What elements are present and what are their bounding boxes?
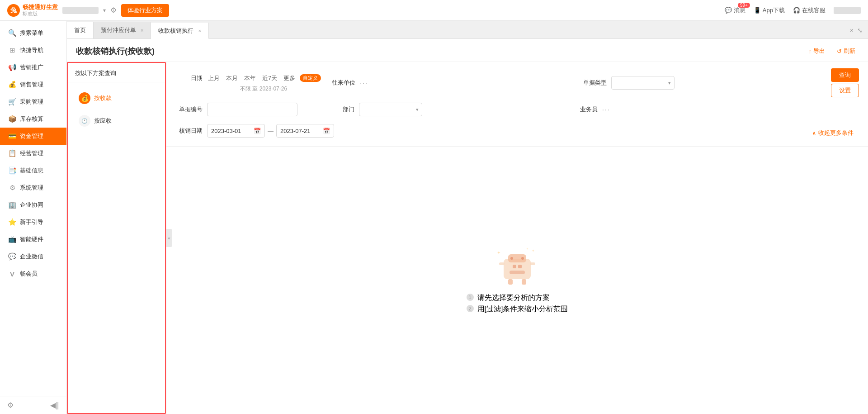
receivable-option-label: 按应收 (94, 117, 112, 125)
voucher-type-select-wrapper (611, 76, 675, 90)
sidebar-item-inventory[interactable]: 📦 库存核算 (0, 110, 66, 128)
industry-btn[interactable]: 体验行业方案 (121, 4, 169, 17)
date-range: 📅 — 📅 (207, 124, 334, 138)
app-download-label: App下载 (763, 6, 785, 14)
search-menu-icon: 🔍 (8, 29, 16, 37)
filter-options: 💰 按收款 🕐 按应收 (68, 82, 165, 138)
dropdown-btn[interactable]: ▾ (103, 7, 106, 14)
svg-rect-6 (509, 271, 525, 274)
sidebar-item-purchase[interactable]: 🛒 采购管理 (0, 93, 66, 110)
date-btn-7days[interactable]: 近7天 (260, 73, 279, 83)
sidebar-item-wechat[interactable]: 💬 企业微信 (0, 248, 66, 265)
voucher-no-input[interactable] (207, 103, 297, 116)
sidebar-item-quick-nav[interactable]: ⊞ 快捷导航 (0, 42, 66, 59)
tab-collection[interactable]: 收款核销执行 × (151, 23, 208, 39)
search-result-area: 日期 上月 本月 本年 近7天 更多 自定义 (166, 62, 868, 414)
tab-prepay-close[interactable]: × (141, 28, 143, 33)
sidebar-settings-icon[interactable]: ⚙ (7, 401, 14, 409)
collapse-btn-icon: ∧ (812, 130, 816, 137)
date-btn-this-month[interactable]: 本月 (224, 73, 240, 83)
user-area[interactable] (834, 7, 861, 14)
tab-collection-close[interactable]: × (198, 28, 201, 33)
sidebar-item-member[interactable]: V 畅会员 (0, 265, 66, 282)
empty-icon: ✦ ✦ ✦ (495, 245, 540, 286)
sidebar-item-label: 销售管理 (20, 81, 43, 89)
message-area[interactable]: 💬 消息 99+ (725, 6, 745, 14)
verify-date-start-wrapper[interactable]: 📅 (207, 124, 265, 138)
receivable-option-icon: 🕐 (79, 115, 90, 127)
dept-field: 部门 (327, 103, 563, 116)
refresh-btn[interactable]: ↺ 刷新 (833, 45, 859, 57)
sidebar-item-basic-info[interactable]: 📑 基础信息 (0, 162, 66, 179)
sidebar: 🔍 搜索菜单 ⊞ 快捷导航 📢 营销推广 💰 销售管理 🛒 采购管理 📦 (0, 21, 67, 414)
logo-area: 兔 畅捷通好生意 标准版 (7, 4, 58, 17)
verify-date-field: 核销日期 📅 — 📅 (175, 124, 334, 138)
filter-option-by-collection[interactable]: 💰 按收款 (73, 88, 160, 109)
empty-robot-svg: ✦ ✦ ✦ (495, 245, 540, 286)
date-hint: 不限 至 2023-07-26 (240, 86, 287, 92)
app-download-item[interactable]: 📱 App下载 (754, 6, 785, 14)
date-btn-more[interactable]: 更多 (282, 73, 297, 83)
empty-text: 1 请先选择要分析的方案 2 用[过滤]条件来缩小分析范围 (467, 293, 568, 316)
system-icon: ⚙ (8, 184, 16, 192)
voucher-type-select[interactable] (611, 76, 675, 90)
sidebar-item-sales[interactable]: 💰 销售管理 (0, 76, 66, 93)
main-layout: 🔍 搜索菜单 ⊞ 快捷导航 📢 营销推广 💰 销售管理 🛒 采购管理 📦 (0, 21, 868, 414)
svg-rect-9 (508, 279, 513, 285)
sidebar-item-label: 新手引导 (20, 218, 43, 226)
verify-date-start-input[interactable] (211, 128, 252, 134)
sidebar-item-operations[interactable]: 📋 经营管理 (0, 145, 66, 162)
tab-home[interactable]: 首页 (67, 22, 94, 38)
staff-field: 业务员 ··· (571, 105, 807, 114)
sidebar-item-label: 基础信息 (20, 167, 43, 175)
counterparty-field: 往来单位 ··· (328, 79, 572, 87)
content-area: 首页 预付冲应付单 × 收款核销执行 × × ⤡ 收款核销执行(按收款) ↑ 导… (67, 21, 868, 414)
tab-prepay[interactable]: 预付冲应付单 × (94, 22, 151, 38)
sidebar-bottom: ⚙ ◀‖ (0, 396, 66, 414)
calendar-end-icon: 📅 (323, 128, 330, 134)
tab-close-btn[interactable]: × (850, 27, 854, 34)
tab-home-label: 首页 (74, 26, 86, 34)
voucher-type-label: 单据类型 (580, 79, 607, 87)
staff-dots-btn[interactable]: ··· (602, 106, 610, 113)
dept-select[interactable] (359, 103, 422, 116)
counterparty-dots-btn[interactable]: ··· (360, 79, 368, 86)
export-btn[interactable]: ↑ 导出 (805, 45, 829, 57)
filter-sidebar: 按以下方案查询 💰 按收款 🕐 按应收 « (67, 62, 166, 414)
svg-rect-4 (513, 265, 516, 268)
online-service-item[interactable]: 🎧 在线客服 (793, 6, 826, 14)
sidebar-item-guide[interactable]: ⭐ 新手引导 (0, 214, 66, 231)
verify-date-label: 核销日期 (175, 127, 203, 135)
verify-date-end-input[interactable] (280, 128, 321, 134)
date-btn-last-month[interactable]: 上月 (206, 73, 222, 83)
sidebar-item-label: 采购管理 (20, 98, 43, 106)
sidebar-collapse-icon[interactable]: ◀‖ (50, 401, 59, 409)
sidebar-item-label: 营销推广 (20, 63, 43, 71)
sidebar-item-search-menu[interactable]: 🔍 搜索菜单 (0, 24, 66, 42)
app-name: 畅捷通好生意 (23, 4, 58, 11)
sidebar-item-enterprise[interactable]: 🏢 企业协同 (0, 196, 66, 214)
svg-text:✦: ✦ (532, 249, 535, 253)
date-dash: — (268, 128, 274, 134)
date-btn-this-year[interactable]: 本年 (242, 73, 258, 83)
filter-collapse-btn[interactable]: « (166, 229, 172, 247)
query-btn[interactable]: 查询 (831, 68, 859, 82)
sidebar-item-system[interactable]: ⚙ 系统管理 (0, 179, 66, 196)
verify-date-end-wrapper[interactable]: 📅 (276, 124, 334, 138)
date-custom-tag[interactable]: 自定义 (300, 74, 321, 82)
capital-icon: 💳 (8, 132, 16, 140)
sidebar-item-capital[interactable]: 💳 资金管理 (0, 128, 66, 145)
voucher-no-field: 单据编号 (175, 103, 320, 116)
settings-btn[interactable]: 设置 (831, 84, 859, 97)
tab-bar: 首页 预付冲应付单 × 收款核销执行 × × ⤡ (67, 21, 868, 39)
tab-expand-btn[interactable]: ⤡ (857, 27, 863, 34)
page-body: 按以下方案查询 💰 按收款 🕐 按应收 « (67, 62, 868, 414)
sidebar-item-hardware[interactable]: 📺 智能硬件 (0, 231, 66, 248)
collapse-btn[interactable]: ∧ 收起更多条件 (807, 126, 859, 140)
filter-option-by-receivable[interactable]: 🕐 按应收 (73, 110, 160, 131)
svg-text:✦: ✦ (526, 247, 528, 250)
collection-option-icon: 💰 (79, 92, 90, 104)
sidebar-item-marketing[interactable]: 📢 营销推广 (0, 59, 66, 76)
wechat-icon: 💬 (8, 252, 16, 261)
gear-btn[interactable]: ⚙ (110, 6, 117, 14)
